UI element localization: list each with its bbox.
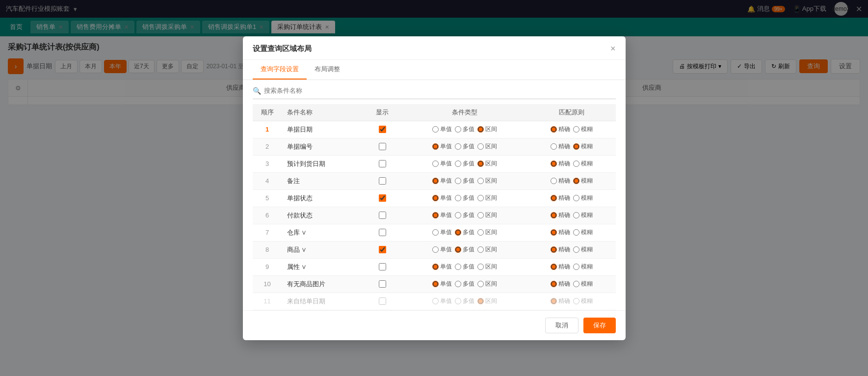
modal-body: 🔍 顺序 条件名称 显示 条件类型 匹配原则 [243,80,626,111]
modal-title: 设置查询区域布局 [253,44,312,54]
col-field-name: 条件名称 [282,104,364,111]
col-field-type: 条件类型 [401,104,527,111]
search-bar: 🔍 [253,87,616,99]
field-table-container: 顺序 条件名称 显示 条件类型 匹配原则 1单据日期单值多值区间精确模糊2单据编… [253,104,616,111]
tab-query-fields[interactable]: 查询字段设置 [253,60,307,80]
search-icon: 🔍 [253,87,261,95]
tab-layout-adjust[interactable]: 布局调整 [307,60,348,80]
search-input[interactable] [264,87,342,94]
field-table: 顺序 条件名称 显示 条件类型 匹配原则 1单据日期单值多值区间精确模糊2单据编… [253,104,616,111]
modal-overlay: 设置查询区域布局 × 查询字段设置 布局调整 🔍 顺序 条件名称 [0,0,868,111]
col-match-rule: 匹配原则 [527,104,615,111]
col-display: 显示 [363,104,401,111]
settings-modal: 设置查询区域布局 × 查询字段设置 布局调整 🔍 顺序 条件名称 [243,36,626,111]
modal-header: 设置查询区域布局 × [243,36,626,60]
modal-tabs: 查询字段设置 布局调整 [243,60,626,80]
col-order: 顺序 [253,104,282,111]
modal-close-btn[interactable]: × [610,44,616,53]
